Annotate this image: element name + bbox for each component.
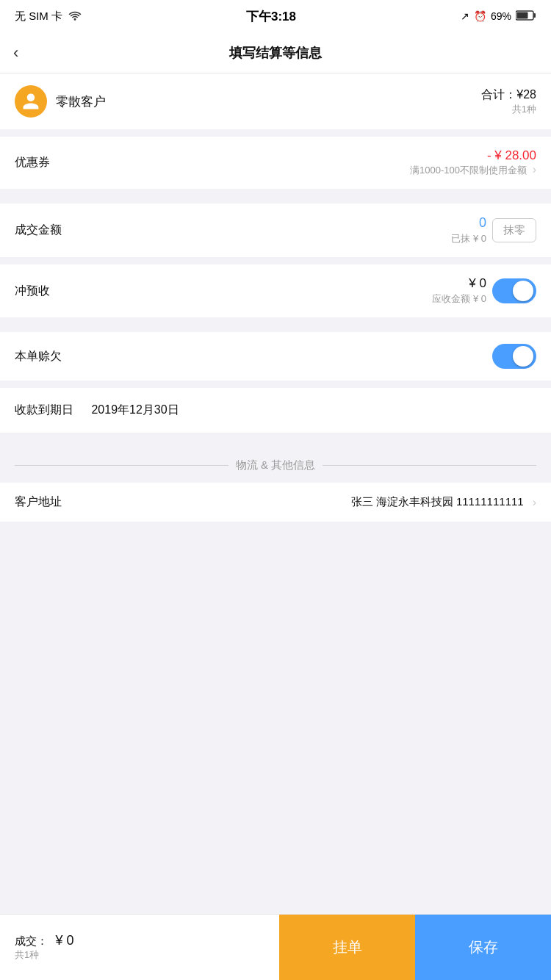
- credit-row: 本单赊欠: [0, 332, 551, 381]
- address-right: 张三 海淀永丰科技园 11111111111 ›: [351, 495, 536, 509]
- bottom-deal-label: 成交：: [15, 934, 48, 947]
- coupon-chevron: ›: [533, 163, 536, 176]
- coupon-subtext: 满1000-100不限制使用金额 ›: [410, 163, 536, 177]
- credit-toggle-knob: [513, 346, 533, 367]
- customer-name: 零散客户: [56, 93, 106, 110]
- coupon-discount: - ¥ 28.00: [410, 148, 536, 163]
- credit-section: 本单赊欠: [0, 332, 551, 381]
- deal-amount-section: 成交金额 0 已抹 ¥ 0 抹零: [0, 203, 551, 257]
- status-left: 无 SIM 卡: [15, 10, 82, 24]
- due-date-value: 2019年12月30日: [91, 403, 179, 416]
- deal-amount-row: 成交金额 0 已抹 ¥ 0 抹零: [0, 203, 551, 257]
- credit-label: 本单赊欠: [15, 349, 62, 364]
- nav-bar: ‹ 填写结算等信息: [0, 32, 551, 73]
- bottom-space: [0, 529, 551, 676]
- avatar: [15, 85, 47, 118]
- deal-amount-col: 0 已抹 ¥ 0: [451, 215, 486, 245]
- battery-icon: [516, 10, 536, 23]
- prepay-sub: 应收金额 ¥ 0: [432, 292, 486, 306]
- separator-3: [0, 441, 551, 448]
- deal-amount-sub: 已抹 ¥ 0: [451, 232, 486, 245]
- round-off-button[interactable]: 抹零: [492, 218, 536, 242]
- address-section: 客户地址 张三 海淀永丰科技园 11111111111 ›: [0, 483, 551, 522]
- coupon-section: 优惠券 - ¥ 28.00 满1000-100不限制使用金额 ›: [0, 137, 551, 189]
- credit-toggle[interactable]: [492, 344, 536, 369]
- customer-count: 共1种: [481, 103, 536, 116]
- credit-right: [492, 344, 536, 369]
- prepay-toggle[interactable]: [492, 278, 536, 303]
- hold-button-label: 挂单: [333, 937, 362, 957]
- address-label: 客户地址: [15, 494, 62, 510]
- deal-amount-right: 0 已抹 ¥ 0 抹零: [451, 215, 536, 245]
- customer-total-section: 合计：¥28 共1种: [481, 87, 536, 116]
- coupon-row[interactable]: 优惠券 - ¥ 28.00 满1000-100不限制使用金额 ›: [0, 137, 551, 189]
- due-date-label: 收款到期日: [15, 403, 73, 416]
- bottom-count: 共1种: [15, 948, 264, 962]
- wifi-icon: [68, 10, 82, 23]
- svg-rect-1: [533, 13, 536, 18]
- battery-text: 69%: [491, 10, 511, 22]
- bottom-amount: ¥ 0: [55, 933, 73, 948]
- separator-2: [0, 325, 551, 332]
- coupon-label: 优惠券: [15, 155, 50, 170]
- customer-total: 合计：¥28: [481, 87, 536, 103]
- bottom-deal-row: 成交： ¥ 0: [15, 933, 264, 948]
- address-row[interactable]: 客户地址 张三 海淀永丰科技园 11111111111 ›: [0, 483, 551, 522]
- logistics-header: 物流 & 其他信息: [0, 448, 551, 483]
- back-button[interactable]: ‹: [13, 43, 18, 62]
- bottom-info: 成交： ¥ 0 共1种: [0, 933, 279, 962]
- save-button[interactable]: 保存: [415, 915, 551, 981]
- prepay-section: 冲预收 ¥ 0 应收金额 ¥ 0: [0, 264, 551, 317]
- toggle-knob: [513, 281, 533, 301]
- prepay-label: 冲预收: [15, 284, 50, 299]
- status-bar: 无 SIM 卡 下午3:18 ↗ ⏰ 69%: [0, 0, 551, 32]
- separator-1: [0, 196, 551, 203]
- status-time: 下午3:18: [246, 8, 296, 25]
- logistics-label: 物流 & 其他信息: [236, 458, 315, 472]
- deal-amount-label: 成交金额: [15, 223, 62, 238]
- customer-row: 零散客户 合计：¥28 共1种: [0, 73, 551, 129]
- status-right: ↗ ⏰ 69%: [461, 10, 536, 23]
- svg-rect-2: [516, 12, 527, 18]
- due-date-row[interactable]: 收款到期日 2019年12月30日: [0, 388, 551, 433]
- location-icon: ↗: [461, 10, 469, 22]
- deal-amount-value[interactable]: 0: [479, 215, 486, 230]
- prepay-row: 冲预收 ¥ 0 应收金额 ¥ 0: [0, 264, 551, 317]
- prepay-right: ¥ 0 应收金额 ¥ 0: [432, 276, 536, 306]
- bottom-bar: 成交： ¥ 0 共1种 挂单 保存: [0, 914, 551, 980]
- customer-left: 零散客户: [15, 85, 106, 118]
- prepay-amount: ¥ 0: [432, 276, 486, 291]
- content: 零散客户 合计：¥28 共1种 优惠券 - ¥ 28.00 满1000-100不…: [0, 73, 551, 749]
- coupon-right: - ¥ 28.00 满1000-100不限制使用金额 ›: [410, 148, 536, 177]
- no-sim-text: 无 SIM 卡: [15, 10, 62, 24]
- address-value: 张三 海淀永丰科技园 11111111111: [351, 495, 524, 509]
- due-date-section: 收款到期日 2019年12月30日: [0, 388, 551, 433]
- nav-title: 填写结算等信息: [229, 44, 322, 62]
- hold-button[interactable]: 挂单: [279, 915, 415, 981]
- save-button-label: 保存: [469, 937, 498, 957]
- alarm-icon: ⏰: [474, 10, 486, 22]
- address-chevron: ›: [533, 496, 536, 509]
- prepay-amount-col: ¥ 0 应收金额 ¥ 0: [432, 276, 486, 306]
